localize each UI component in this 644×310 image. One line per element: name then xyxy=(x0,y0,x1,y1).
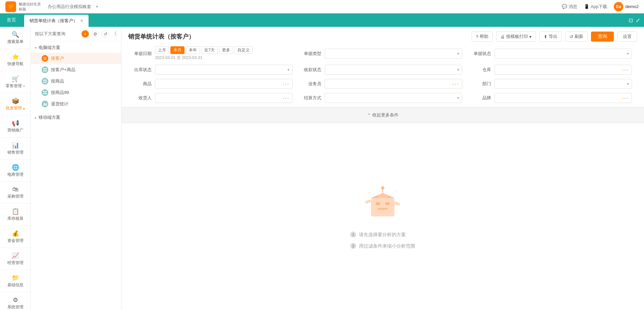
dept-select[interactable]: ▾ xyxy=(494,79,632,89)
breadcrumb-chevron-icon: ▾ xyxy=(96,4,98,9)
svg-rect-15 xyxy=(46,103,47,106)
refresh-button[interactable]: ↺ 刷新 xyxy=(565,32,588,42)
collapse-more-button[interactable]: ⌃ 收起更多条件 xyxy=(135,109,631,121)
svg-rect-7 xyxy=(45,82,47,83)
mobile-group-header[interactable]: ▸ 移动端方案 xyxy=(31,112,121,122)
date-btn-thisyear[interactable]: 本年 xyxy=(186,46,200,54)
sidebar-item-marketing[interactable]: 📢 营销推广 xyxy=(0,115,31,138)
settings-scheme-button[interactable]: ⚙ xyxy=(92,30,99,38)
desktop-group-header[interactable]: ▾ 电脑端方案 xyxy=(31,43,121,53)
receipt-status-select[interactable]: ▾ xyxy=(325,65,462,75)
receiver-dots-icon: ··· xyxy=(282,95,289,101)
sidebar-item-purchase[interactable]: 🛍 采购管理 xyxy=(0,182,31,204)
sidebar-item-system[interactable]: ⚙ 系统管理 xyxy=(0,292,31,310)
refresh-scheme-button[interactable]: ↺ xyxy=(102,30,109,38)
sidebar-item-quicknav[interactable]: ⭐ 快捷导航 xyxy=(0,49,31,71)
settlement-select[interactable]: ▾ xyxy=(325,93,462,103)
ecommerce-icon: 🌐 xyxy=(3,164,28,171)
filter-settlement: 结算方式 ▾ xyxy=(298,93,468,103)
doc-type-label: 单据类型 xyxy=(298,51,325,57)
template-print-button[interactable]: 🖨 按模板打印 ▾ xyxy=(496,32,536,42)
filter-brand: 品牌 ··· xyxy=(468,93,637,103)
doc-status-select[interactable]: ▾ xyxy=(494,49,632,59)
top-header: 🧡 畅捷信好生意 标版 办公用品行业模拟账套 ▾ 💬 消息 📱 App下载 Ea… xyxy=(0,0,644,13)
receiver-label: 收货人 xyxy=(128,95,155,101)
by-customer-icon: 按 xyxy=(42,55,48,62)
sidebar-item-finance[interactable]: 💰 资金管理 xyxy=(0,226,31,248)
scheme-customer-goods[interactable]: 按客户+商品 xyxy=(31,64,121,75)
message-icon: 💬 xyxy=(562,4,567,9)
wholesale-arrow-icon: ▴ xyxy=(23,106,25,110)
tip-num-2: 2 xyxy=(350,243,356,249)
goods-select[interactable]: ··· xyxy=(155,79,292,89)
salesman-select[interactable]: ··· xyxy=(325,79,462,89)
sidebar-item-basic[interactable]: 📁 基础信息 xyxy=(0,270,31,292)
retail-icon: 🛒 xyxy=(3,75,28,83)
date-btn-lastmonth[interactable]: 上月 xyxy=(155,46,169,54)
export-button[interactable]: ⬆ 导出 xyxy=(539,32,562,42)
goods99-icon xyxy=(42,89,48,96)
date-btn-thismonth[interactable]: 本月 xyxy=(170,46,184,54)
sidebar-item-sales[interactable]: 📊 销售管理 xyxy=(0,138,31,160)
receiver-select[interactable]: ··· xyxy=(155,93,292,103)
restore-window-icon[interactable]: ⊡ xyxy=(629,17,633,23)
svg-rect-17 xyxy=(376,202,380,205)
out-status-select[interactable]: ▾ xyxy=(155,65,292,75)
svg-point-26 xyxy=(367,199,368,200)
logo-icon: 🧡 xyxy=(5,1,16,12)
main-layout: 🔍 搜索菜单 ⭐ 快捷导航 🛒 零售管理 ▾ 📦 批发管理 ▴ 📢 营销推广 📊… xyxy=(0,27,644,310)
svg-rect-19 xyxy=(378,208,388,210)
date-btn-7days[interactable]: 近7天 xyxy=(201,46,218,54)
warehouse-select[interactable]: ··· xyxy=(494,65,632,75)
maximize-window-icon[interactable]: ⤢ xyxy=(636,17,640,23)
export-icon: ⬆ xyxy=(544,34,547,39)
sidebar-item-search[interactable]: 🔍 搜索菜单 xyxy=(0,27,31,49)
receipt-status-label: 收款状态 xyxy=(298,67,325,73)
dept-label: 部门 xyxy=(468,81,494,87)
filter-doc-type: 单据类型 ▾ xyxy=(298,46,468,61)
warehouse-label: 仓库 xyxy=(468,67,494,73)
basic-icon: 📁 xyxy=(3,274,28,281)
query-button[interactable]: 查询 xyxy=(591,32,614,42)
message-button[interactable]: 💬 消息 xyxy=(562,4,577,10)
tab-home[interactable]: 首页 xyxy=(0,13,23,27)
svg-rect-5 xyxy=(45,80,47,81)
customer-goods-icon xyxy=(42,66,48,73)
logo-area: 🧡 畅捷信好生意 标版 办公用品行业模拟账套 ▾ xyxy=(5,1,98,12)
tab-bar-right: ⊡ ⤢ xyxy=(629,17,644,23)
scheme-goods99[interactable]: 按商品99 xyxy=(31,87,121,98)
retail-arrow-icon: ▾ xyxy=(23,84,25,88)
scheme-by-customer[interactable]: 按 按客户 xyxy=(31,53,121,64)
avatar: Ea xyxy=(614,2,623,11)
scheme-return-stats[interactable]: 退货统计 xyxy=(31,98,121,110)
svg-rect-1 xyxy=(45,68,47,69)
sidebar-item-retail[interactable]: 🛒 零售管理 ▾ xyxy=(0,71,31,93)
sidebar-item-wholesale[interactable]: 📦 批发管理 ▴ xyxy=(0,93,31,115)
collapse-panel-button[interactable]: 《 xyxy=(112,31,117,38)
settings-button[interactable]: 设置 xyxy=(617,32,637,42)
date-label: 单据日期 xyxy=(128,51,155,57)
out-status-label: 出库状态 xyxy=(128,67,155,73)
sidebar: 🔍 搜索菜单 ⭐ 快捷导航 🛒 零售管理 ▾ 📦 批发管理 ▴ 📢 营销推广 📊… xyxy=(0,27,31,310)
search-icon: 🔍 xyxy=(3,31,28,38)
scheme-by-goods[interactable]: 按商品 xyxy=(31,75,121,87)
brand-select[interactable]: ··· xyxy=(494,93,632,103)
page-title: 销货单统计表（按客户） xyxy=(128,33,195,41)
date-btn-custom[interactable]: 自定义 xyxy=(234,46,253,54)
tab-close-icon[interactable]: × xyxy=(80,18,83,24)
sidebar-item-ecommerce[interactable]: 🌐 电商管理 xyxy=(0,160,31,182)
toolbar-buttons: ? 帮助 🖨 按模板打印 ▾ ⬆ 导出 ↺ 刷新 xyxy=(472,32,637,42)
svg-rect-21 xyxy=(394,201,400,206)
sidebar-item-operation[interactable]: 📈 经营管理 xyxy=(0,248,31,270)
help-button[interactable]: ? 帮助 xyxy=(472,32,493,42)
user-profile[interactable]: Ea demo2 xyxy=(614,2,639,11)
sidebar-item-inventory[interactable]: 📋 库存核算 xyxy=(0,204,31,226)
date-btn-more[interactable]: 更多 xyxy=(219,46,233,54)
tab-bar: 首页 销货单统计表（按客户） × ⊡ ⤢ xyxy=(0,13,644,27)
tab-active[interactable]: 销货单统计表（按客户） × xyxy=(24,15,89,27)
doc-type-select[interactable]: ▾ xyxy=(325,49,462,59)
svg-rect-13 xyxy=(44,103,45,106)
app-download-button[interactable]: 📱 App下载 xyxy=(584,4,607,10)
mobile-group-label: 移动端方案 xyxy=(39,114,60,120)
add-scheme-button[interactable]: + xyxy=(82,30,89,38)
